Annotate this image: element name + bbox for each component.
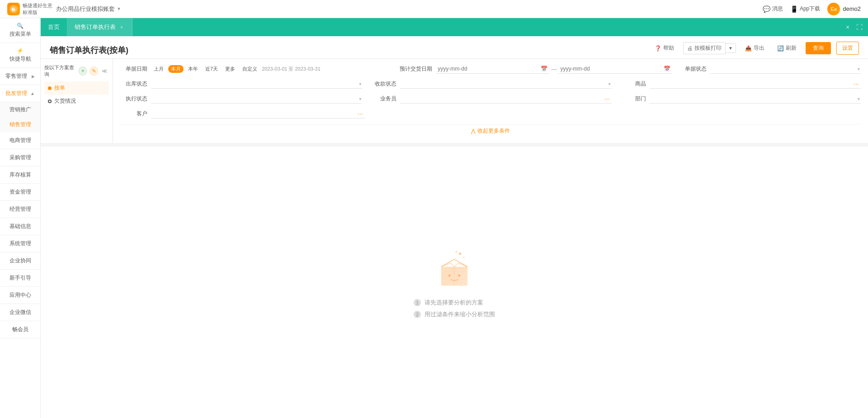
tabs-actions: × ⛶ bbox=[839, 18, 868, 36]
sidebar-item-member[interactable]: 畅会员 bbox=[0, 321, 40, 338]
sidebar-item-purchase[interactable]: 采购管理 bbox=[0, 149, 40, 166]
export-button[interactable]: 📤 导出 bbox=[741, 43, 768, 54]
collapse-sidebar-button[interactable]: ≪ bbox=[101, 66, 109, 76]
sidebar-item-search[interactable]: 🔍 搜索菜单 bbox=[0, 18, 40, 43]
salesperson-more-icon[interactable]: ··· bbox=[603, 95, 612, 102]
edit-plan-button[interactable]: ✎ bbox=[90, 66, 98, 76]
app-download-button[interactable]: 📱 App下载 bbox=[790, 5, 820, 13]
payment-status-dropdown-icon[interactable] bbox=[608, 81, 612, 86]
filter-status-field: 单据状态 bbox=[679, 64, 861, 74]
date-last-7-days[interactable]: 近7天 bbox=[203, 65, 221, 73]
date-range-display: 2023-03-01 至 2023-03-31 bbox=[262, 66, 321, 72]
message-button[interactable]: 💬 消息 bbox=[763, 5, 783, 13]
sidebar-item-finance[interactable]: 资金管理 bbox=[0, 184, 40, 201]
dept-input[interactable] bbox=[650, 94, 857, 103]
customer-more-icon[interactable]: ··· bbox=[356, 110, 365, 117]
exec-status-dropdown-icon[interactable] bbox=[358, 96, 362, 101]
sidebar-item-wholesale[interactable]: 批发管理 ▲ bbox=[0, 85, 40, 102]
product-more-icon[interactable]: ··· bbox=[852, 80, 861, 87]
sidebar-item-ecommerce[interactable]: 电商管理 bbox=[0, 132, 40, 149]
user-info[interactable]: Ea demo2 bbox=[827, 3, 861, 15]
date-this-year[interactable]: 本年 bbox=[185, 65, 201, 73]
table-area: 1 请先选择要分析的方案 2 用过滤条件来缩小分析范围 bbox=[41, 147, 868, 418]
sidebar-item-wechat[interactable]: 企业微信 bbox=[0, 304, 40, 321]
query-button[interactable]: 查询 bbox=[806, 42, 831, 54]
collapse-more-button[interactable]: ⋀ 收起更多条件 bbox=[120, 124, 861, 138]
dept-dropdown-icon[interactable] bbox=[857, 96, 861, 101]
download-icon: 📱 bbox=[790, 5, 798, 13]
filter-content: 单据日期 上月 本月 本年 近7天 更多 自定义 bbox=[113, 59, 868, 143]
salesperson-label: 业务员 bbox=[369, 95, 396, 103]
print-button[interactable]: 🖨 按模板打印 bbox=[683, 42, 726, 54]
plan-inactive-dot bbox=[48, 100, 52, 103]
help-button[interactable]: ❓ 帮助 bbox=[651, 43, 678, 54]
print-dropdown-arrow[interactable]: ▼ bbox=[726, 43, 736, 53]
logo-icon: 畅 bbox=[7, 3, 20, 15]
calendar-end-icon[interactable]: 📅 bbox=[662, 66, 672, 72]
app-selector[interactable]: 办公用品行业模拟账套 ▼ bbox=[56, 5, 121, 13]
tip-num-2: 2 bbox=[414, 311, 421, 318]
tab-home[interactable]: 首页 bbox=[41, 18, 67, 36]
payment-status-input[interactable] bbox=[400, 79, 607, 88]
sidebar-item-enterprise[interactable]: 企业协同 bbox=[0, 252, 40, 270]
filter-ship-status-field: 出库状态 bbox=[120, 79, 362, 89]
sidebar-item-quick-nav[interactable]: ⚡ 快捷导航 bbox=[0, 43, 40, 68]
add-plan-button[interactable]: + bbox=[79, 66, 87, 76]
header-left: 畅 畅捷通好生意 标准版 办公用品行业模拟账套 ▼ bbox=[7, 2, 121, 15]
sidebar-item-basic-info[interactable]: 基础信息 bbox=[0, 218, 40, 235]
status-dropdown-icon[interactable] bbox=[857, 66, 861, 71]
sidebar-item-sales[interactable]: 销售管理 bbox=[0, 117, 40, 132]
plan-item-order[interactable]: 按单 bbox=[44, 81, 109, 95]
predict-date-label: 预计交货日期 bbox=[400, 65, 432, 73]
search-icon: 🔍 bbox=[17, 23, 24, 29]
sidebar-item-system[interactable]: 系统管理 bbox=[0, 235, 40, 252]
tip-num-1: 1 bbox=[414, 299, 421, 306]
predict-date-end-wrapper: 📅 bbox=[558, 64, 672, 74]
tabs-spacer bbox=[132, 18, 839, 36]
sidebar-item-inventory[interactable]: 库存核算 bbox=[0, 166, 40, 184]
logo-text: 畅捷通好生意 标准版 bbox=[23, 2, 52, 15]
status-input[interactable] bbox=[710, 64, 857, 73]
filter-dept-field: 部门 bbox=[619, 94, 861, 104]
ship-status-dropdown-icon[interactable] bbox=[358, 81, 362, 86]
sidebar-item-marketing[interactable]: 营销推广 bbox=[0, 102, 40, 117]
predict-date-end-input[interactable] bbox=[558, 64, 661, 73]
filter-customer-field: 客户 ··· bbox=[120, 109, 365, 119]
tab-sales-execution[interactable]: 销售订单执行表 × bbox=[67, 18, 132, 36]
sidebar-item-new-guide[interactable]: 新手引导 bbox=[0, 270, 40, 287]
filter-product-field: 商品 ··· bbox=[619, 79, 861, 89]
print-button-group: 🖨 按模板打印 ▼ bbox=[683, 42, 736, 54]
quick-nav-icon: ⚡ bbox=[17, 48, 24, 54]
calendar-start-icon[interactable]: 📅 bbox=[539, 66, 549, 72]
sidebar-sub-wholesale: 营销推广 销售管理 bbox=[0, 102, 40, 132]
sidebar-item-app-center[interactable]: 应用中心 bbox=[0, 287, 40, 304]
header-right: 💬 消息 📱 App下载 Ea demo2 bbox=[763, 3, 861, 15]
refresh-button[interactable]: 🔄 刷新 bbox=[774, 43, 800, 54]
exec-status-label: 执行状态 bbox=[120, 95, 147, 103]
sidebar-item-retail[interactable]: 零售管理 bbox=[0, 68, 40, 85]
tab-close-icon[interactable]: × bbox=[118, 24, 125, 30]
ship-status-input[interactable] bbox=[151, 79, 358, 88]
avatar: Ea bbox=[827, 3, 840, 15]
close-window-button[interactable]: × bbox=[843, 22, 853, 32]
date-more[interactable]: 更多 bbox=[222, 65, 238, 73]
predict-date-start-input[interactable] bbox=[436, 64, 539, 73]
date-custom[interactable]: 自定义 bbox=[240, 65, 260, 73]
exec-status-input[interactable] bbox=[151, 94, 358, 103]
empty-tips: 1 请先选择要分析的方案 2 用过滤条件来缩小分析范围 bbox=[414, 299, 495, 318]
maximize-button[interactable]: ⛶ bbox=[854, 22, 864, 32]
product-input[interactable] bbox=[650, 79, 852, 88]
customer-input[interactable] bbox=[151, 109, 356, 118]
refresh-icon: 🔄 bbox=[777, 45, 784, 52]
date-last-month[interactable]: 上月 bbox=[151, 65, 166, 73]
content-area: 首页 销售订单执行表 × × ⛶ 销售订单执行表(按单) ❓ 帮助 bbox=[41, 18, 868, 418]
collapse-icon: ⋀ bbox=[471, 128, 476, 134]
plan-item-shortage[interactable]: 欠货情况 bbox=[44, 95, 109, 108]
settings-button[interactable]: 设置 bbox=[836, 42, 859, 55]
logo-area: 畅 畅捷通好生意 标准版 bbox=[7, 2, 52, 15]
customer-wrapper: ··· bbox=[151, 109, 365, 119]
date-this-month[interactable]: 本月 bbox=[168, 65, 184, 73]
salesperson-input[interactable] bbox=[400, 94, 603, 103]
filter-row-3: 执行状态 业务员 ··· bbox=[120, 94, 861, 104]
sidebar-item-operations[interactable]: 经营管理 bbox=[0, 201, 40, 218]
